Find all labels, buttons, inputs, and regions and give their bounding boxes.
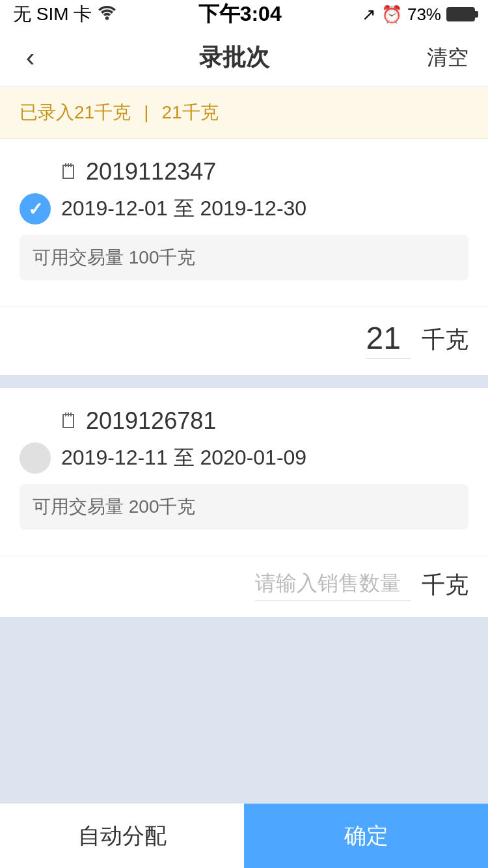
status-right: ↗ ⏰ 73% [362,5,475,25]
batch-1-quantity-row: 21 千克 [0,306,488,375]
info-divider: | [144,102,148,123]
location-icon: ↗ [362,5,376,25]
batch-2-available-value: 200千克 [129,496,196,517]
batch-1-available-label: 可用交易量 [33,247,124,267]
batch-2-date: 2019-12-11 至 2020-01-09 [61,444,306,472]
checkmark-icon: ✓ [28,198,43,220]
batch-1-date: 2019-12-01 至 2019-12-30 [61,195,306,223]
sim-status: 无 SIM 卡 [13,2,92,27]
batch-1-date-row[interactable]: ✓ 2019-12-01 至 2019-12-30 [20,193,468,224]
wifi-icon [98,4,118,25]
batch-2-radio[interactable] [20,442,51,474]
batch-card-1: 🗒 2019112347 ✓ 2019-12-01 至 2019-12-30 可… [0,139,488,375]
alarm-icon: ⏰ [381,5,402,25]
back-button[interactable]: ‹ [20,36,41,79]
battery-percent: 73% [407,5,441,25]
info-banner: 已录入21千克 | 21千克 [0,87,488,139]
batch-1-quantity-underline: 21 [366,320,411,359]
bottom-bar: 自动分配 确定 [0,803,488,868]
page-title: 录批次 [199,42,269,74]
batch-2-icon: 🗒 [59,409,79,433]
status-bar: 无 SIM 卡 下午3:04 ↗ ⏰ 73% [0,0,488,29]
batch-1-radio[interactable]: ✓ [20,193,51,224]
confirm-button[interactable]: 确定 [244,804,488,868]
batch-2-input-row[interactable]: 请输入销售数量 千克 [0,556,488,617]
section-separator-1 [0,375,488,388]
battery-icon [446,7,475,21]
batch-2-available: 可用交易量 200千克 [20,484,468,530]
batch-2-id: 2019126781 [86,407,216,435]
auto-distribute-button[interactable]: 自动分配 [0,804,244,868]
batch-2-input-placeholder: 请输入销售数量 [255,571,401,595]
batch-2-id-row: 🗒 2019126781 [20,407,468,435]
recorded-value: 21千克 [161,100,218,125]
recorded-label: 已录入21千克 [20,100,131,125]
batch-card-2: 🗒 2019126781 2019-12-11 至 2020-01-09 可用交… [0,388,488,617]
batch-1-available-value: 100千克 [129,247,196,267]
batch-1-id-row: 🗒 2019112347 [20,158,468,185]
batch-1-available: 可用交易量 100千克 [20,235,468,280]
status-time: 下午3:04 [198,0,282,29]
nav-bar: ‹ 录批次 清空 [0,29,488,87]
batch-1-icon: 🗒 [59,160,79,184]
batch-2-date-row[interactable]: 2019-12-11 至 2020-01-09 [20,442,468,474]
batch-1-quantity[interactable]: 21 [366,320,401,356]
batch-2-input-underline[interactable]: 请输入销售数量 [255,569,411,601]
batch-2-unit: 千克 [422,569,468,601]
batch-1-unit: 千克 [422,324,468,356]
clear-button[interactable]: 清空 [427,44,468,72]
batch-card-2-inner: 🗒 2019126781 2019-12-11 至 2020-01-09 可用交… [0,388,488,556]
batch-1-id: 2019112347 [86,158,216,185]
batch-card-1-inner: 🗒 2019112347 ✓ 2019-12-01 至 2019-12-30 可… [0,139,488,306]
batch-2-available-label: 可用交易量 [33,496,124,517]
status-left: 无 SIM 卡 [13,2,118,27]
